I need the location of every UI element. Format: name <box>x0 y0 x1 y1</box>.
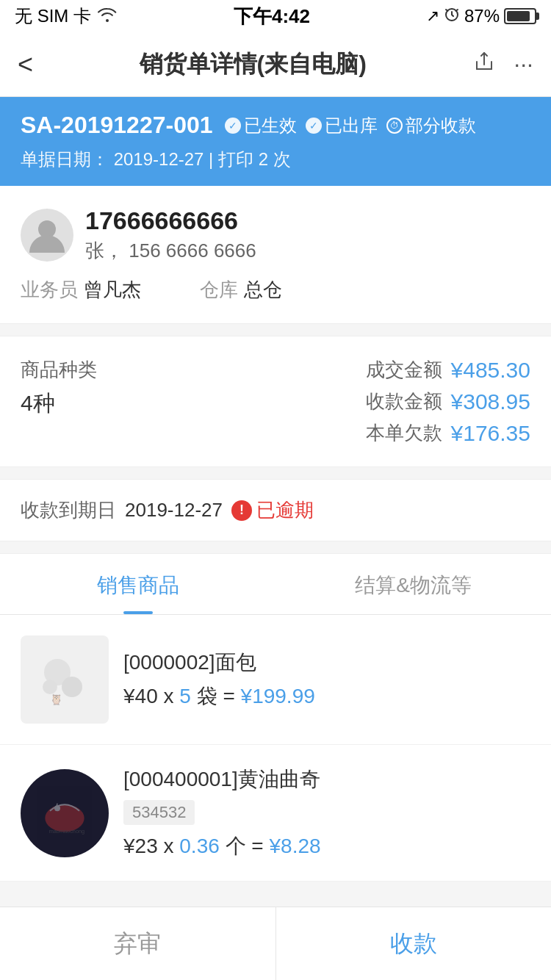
avatar <box>21 209 73 262</box>
wifi-icon <box>97 6 118 26</box>
customer-name-phone: 张， 156 6666 6666 <box>85 238 530 264</box>
check-icon-2: ✓ <box>306 118 322 134</box>
more-button[interactable]: ··· <box>514 51 533 78</box>
staff-name: 曾凡杰 <box>84 277 141 303</box>
page-title: 销货单详情(来自电脑) <box>140 48 367 81</box>
deal-amount-value: ¥485.30 <box>451 358 530 383</box>
summary-section: 商品种类 4种 成交金额 ¥485.30 收款金额 ¥308.95 本单欠款 ¥… <box>0 336 551 467</box>
svg-text:maomaochong: maomaochong <box>49 827 84 834</box>
due-label: 收款到期日 <box>21 497 116 523</box>
product-image-2: maomaochong <box>21 769 109 857</box>
staff-label: 业务员 <box>21 277 78 303</box>
received-label: 收款金额 <box>366 389 442 414</box>
product-name-1: [0000002]面包 <box>123 649 530 677</box>
cancel-button[interactable]: 弃审 <box>0 907 276 980</box>
category-label: 商品种类 <box>21 357 97 383</box>
location-icon: ↗ <box>426 7 439 26</box>
product-price-2: ¥23 x 0.36 个 = ¥8.28 <box>123 832 530 860</box>
badge-activated: ✓ 已生效 <box>225 114 297 137</box>
status-bar-time: 下午4:42 <box>234 4 310 29</box>
tab-settlement[interactable]: 结算&物流等 <box>276 554 551 614</box>
confirm-button[interactable]: 收款 <box>276 907 552 980</box>
battery-icon <box>504 8 536 24</box>
received-value: ¥308.95 <box>451 389 530 414</box>
due-date-value: 2019-12-27 <box>125 499 223 522</box>
back-button[interactable]: < <box>18 49 33 80</box>
due-section: 收款到期日 2019-12-27 ! 已逾期 <box>0 479 551 541</box>
overdue-text: 已逾期 <box>256 497 314 523</box>
check-icon-1: ✓ <box>225 118 241 134</box>
tab-products[interactable]: 销售商品 <box>0 554 276 614</box>
svg-point-4 <box>43 680 57 694</box>
product-name-2: [000400001]黄油曲奇 <box>123 765 530 793</box>
status-bar-right: ↗ 87% <box>426 6 536 26</box>
tabs-section: 销售商品 结算&物流等 <box>0 553 551 615</box>
alarm-icon <box>444 6 460 26</box>
customer-section: 17666666666 张， 156 6666 6666 业务员 曾凡杰 仓库 … <box>0 186 551 324</box>
order-header: SA-20191227-001 ✓ 已生效 ✓ 已出库 ⏱ 部分收款 单据日期：… <box>0 97 551 186</box>
overdue-icon: ! <box>231 500 252 521</box>
status-bar-left: 无 SIM 卡 <box>15 4 118 28</box>
order-date-row: 单据日期： 2019-12-27 | 打印 2 次 <box>21 148 530 171</box>
status-badges: ✓ 已生效 ✓ 已出库 ⏱ 部分收款 <box>225 114 476 137</box>
list-item: maomaochong [000400001]黄油曲奇 534532 ¥23 x… <box>0 745 551 882</box>
bottom-bar: 弃审 收款 <box>0 907 551 980</box>
print-suffix: 次 <box>273 149 291 169</box>
product-price-1: ¥40 x 5 袋 = ¥199.99 <box>123 682 530 710</box>
overdue-badge: ! 已逾期 <box>231 497 314 523</box>
order-id: SA-20191227-001 <box>21 112 213 139</box>
tabs-row: 销售商品 结算&物流等 <box>0 554 551 615</box>
owed-value: ¥176.35 <box>451 421 530 446</box>
battery-percentage: 87% <box>464 6 500 26</box>
share-button[interactable] <box>472 50 496 79</box>
product-image-1: 🦉 <box>21 635 109 724</box>
clock-icon: ⏱ <box>386 118 403 134</box>
category-value: 4种 <box>21 389 97 419</box>
carrier-text: 无 SIM 卡 <box>15 4 91 28</box>
nav-actions: ··· <box>472 50 533 79</box>
product-batch-2: 534532 <box>123 800 195 825</box>
svg-text:🦉: 🦉 <box>50 693 63 706</box>
nav-bar: < 销货单详情(来自电脑) ··· <box>0 32 551 97</box>
svg-point-8 <box>54 805 60 811</box>
list-item: 🦉 [0000002]面包 ¥40 x 5 袋 = ¥199.99 <box>0 615 551 745</box>
warehouse-name: 总仓 <box>244 277 282 303</box>
badge-shipped: ✓ 已出库 <box>306 114 378 137</box>
print-count: 2 <box>259 149 268 169</box>
warehouse-label: 仓库 <box>200 277 238 303</box>
product-info-2: [000400001]黄油曲奇 534532 ¥23 x 0.36 个 = ¥8… <box>123 765 530 860</box>
product-list: 🦉 [0000002]面包 ¥40 x 5 袋 = ¥199.99 <box>0 615 551 882</box>
print-label: | 打印 <box>209 149 253 169</box>
badge-partial: ⏱ 部分收款 <box>386 114 476 137</box>
order-date-label: 单据日期： <box>21 149 109 169</box>
owed-label: 本单欠款 <box>366 420 442 446</box>
svg-point-3 <box>62 677 82 697</box>
product-info-1: [0000002]面包 ¥40 x 5 袋 = ¥199.99 <box>123 649 530 710</box>
status-bar: 无 SIM 卡 下午4:42 ↗ 87% <box>0 0 551 32</box>
order-date-value: 2019-12-27 <box>114 149 204 169</box>
deal-amount-label: 成交金额 <box>366 357 442 383</box>
customer-id: 17666666666 <box>85 206 530 235</box>
